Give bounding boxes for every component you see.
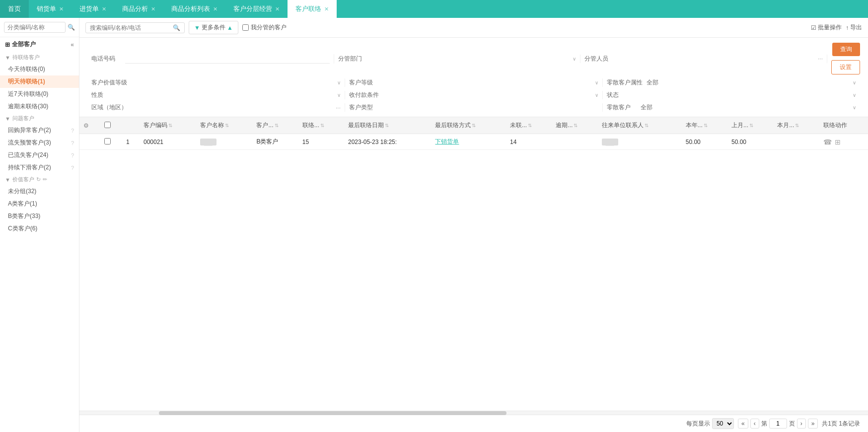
filter-retail-customer-select[interactable]: 全部 ∨ [641,103,856,112]
sidebar-item-b-class[interactable]: B类客户(33) [0,210,79,222]
sidebar-item-lost[interactable]: 已流失客户(24) ? [0,149,79,161]
table-area: ⚙ 客户编码⇅ 客户名称⇅ 客户...⇅ 联络...⇅ 最后联络日期⇅ 最后联络… [79,117,868,411]
question-icon[interactable]: ? [71,165,74,171]
gear-icon[interactable]: ⚙ [83,122,89,129]
reset-button[interactable]: 设置 [831,60,860,74]
arrow-down-icon: ▼ [5,55,10,61]
filter-status-select[interactable]: ∨ [641,92,856,98]
sidebar-problem-group[interactable]: ▼ 问题客户 [0,113,79,124]
th-name[interactable]: 客户名称⇅ [196,117,253,134]
search-icon[interactable]: 🔍 [173,24,180,31]
sidebar-value-group[interactable]: ▼ 价值客户 ↻ ✏ [0,174,79,185]
th-gear[interactable]: ⚙ [79,117,100,134]
td-last-month: 50.00 [727,134,773,150]
sidebar-item-overdue-pending[interactable]: 逾期未联络(30) [0,100,79,113]
sidebar-search-input[interactable] [4,22,66,33]
sidebar-item-repurchase-abnormal[interactable]: 回购异常客户(2) ? [0,124,79,137]
th-last-contact-way[interactable]: 最后联络方式⇅ [431,117,506,134]
sidebar-all-customers[interactable]: ⊞ 全部客户 « [0,37,79,52]
nav-customer-contact[interactable]: 客户联络 ✕ [288,0,337,18]
next-page-btn[interactable]: › [797,419,806,429]
close-icon[interactable]: ✕ [59,6,64,12]
nav-customer-layered[interactable]: 客户分层经营 ✕ [225,0,288,18]
page-number-input[interactable] [769,419,787,429]
sidebar-item-today-pending[interactable]: 今天待联络(0) [0,63,79,75]
prev-page-btn[interactable]: ‹ [750,419,759,429]
phone-icon[interactable]: ☎ [823,138,832,146]
sidebar-search-icon[interactable]: 🔍 [68,24,75,31]
sidebar-item-ungrouped[interactable]: 未分组(32) [0,185,79,198]
edit-icon[interactable]: ✏ [43,176,47,183]
filter-region-select[interactable]: ··· [131,104,341,111]
close-icon[interactable]: ✕ [275,6,280,12]
nav-sales-order[interactable]: 销货单 ✕ [29,0,72,18]
filter-nature-select[interactable]: ∨ [125,92,341,98]
export-btn[interactable]: ↑ 导出 [846,23,862,32]
th-last-contact-date[interactable]: 最后联络日期⇅ [344,117,431,134]
sidebar-item-tomorrow-pending[interactable]: 明天待联络(1) [0,75,79,88]
grid-action-icon[interactable]: ⊞ [835,138,841,146]
chevron-down-icon: ∨ [853,80,856,85]
filter-phone-input[interactable] [125,54,330,64]
batch-op-btn[interactable]: ☑ 批量操作 [811,23,842,32]
first-page-btn[interactable]: « [738,419,748,429]
sidebar-item-declining[interactable]: 持续下滑客户(2) ? [0,161,79,174]
close-icon[interactable]: ✕ [102,6,106,12]
th-not-contacted[interactable]: 未联...⇅ [506,117,552,134]
td-last-contact-way[interactable]: 下销货单 [431,134,506,150]
collapse-icon[interactable]: « [71,41,74,48]
question-icon[interactable]: ? [71,152,74,158]
chevron-down-icon: ∨ [595,92,598,98]
filter-value-level: 客户价值等级 ∨ [87,78,345,87]
question-icon[interactable]: ? [71,140,74,146]
my-customers-checkbox-label[interactable]: 我分管的客户 [242,23,287,32]
dots-icon: ··· [336,104,341,111]
sort-icon: ⇅ [645,123,649,128]
close-icon[interactable]: ✕ [151,6,155,12]
nav-product-analysis-list[interactable]: 商品分析列表 ✕ [163,0,225,18]
scrollbar-thumb[interactable] [159,411,506,415]
sidebar-item-loss-warning[interactable]: 流失预警客户(3) ? [0,137,79,149]
last-contact-way-link[interactable]: 下销货单 [435,138,459,145]
th-type[interactable]: 客户...⇅ [252,117,298,134]
th-unit-contact[interactable]: 往来单位联系人⇅ [598,117,682,134]
td-name: ██ [196,134,253,150]
filter-manager-select[interactable]: ··· [618,55,823,62]
sidebar-pending-group[interactable]: ▼ 待联络客户 [0,52,79,63]
th-checkbox[interactable] [100,117,123,134]
filter-value-level-select[interactable]: ∨ [131,80,341,85]
more-conditions-btn[interactable]: ▼ 更多条件 ▲ [189,21,238,34]
filter-nature: 性质 ∨ [87,91,345,99]
sidebar-item-week-pending[interactable]: 近7天待联络(0) [0,88,79,100]
nav-product-analysis[interactable]: 商品分析 ✕ [114,0,163,18]
total-records: 共1页 1条记录 [822,420,860,428]
sidebar-item-a-class[interactable]: A类客户(1) [0,198,79,210]
th-this-month[interactable]: 本月...⇅ [773,117,819,134]
last-page-btn[interactable]: » [808,419,818,429]
filter-customer-level-select[interactable]: ∨ [383,80,598,85]
query-button[interactable]: 查询 [832,43,860,56]
action-icons: ☎ ⊞ [823,138,864,146]
th-contact[interactable]: 联络...⇅ [298,117,344,134]
filter-dept-select[interactable]: ∨ [372,56,577,62]
th-this-year[interactable]: 本年...⇅ [682,117,727,134]
table-header-row: ⚙ 客户编码⇅ 客户名称⇅ 客户...⇅ 联络...⇅ 最后联络日期⇅ 最后联络… [79,117,868,134]
row-checkbox[interactable] [104,138,111,144]
close-icon[interactable]: ✕ [213,6,217,12]
close-icon[interactable]: ✕ [324,6,329,12]
select-all-checkbox[interactable] [104,122,111,128]
td-checkbox[interactable] [100,134,123,150]
filter-retail-attr-select[interactable]: 全部 ∨ [647,78,856,87]
nav-home[interactable]: 首页 [0,0,29,18]
toolbar-search-input[interactable] [90,24,173,31]
question-icon[interactable]: ? [71,128,74,134]
nav-purchase-order[interactable]: 进货单 ✕ [72,0,114,18]
th-code[interactable]: 客户编码⇅ [140,117,196,134]
filter-payment-select[interactable]: ∨ [383,92,598,98]
th-overdue[interactable]: 逾期...⇅ [552,117,597,134]
page-size-select[interactable]: 50 [712,418,734,429]
th-last-month[interactable]: 上月...⇅ [727,117,773,134]
sidebar-item-c-class[interactable]: C类客户(6) [0,222,79,235]
refresh-icon[interactable]: ↻ [36,176,41,183]
my-customers-checkbox[interactable] [242,24,249,31]
